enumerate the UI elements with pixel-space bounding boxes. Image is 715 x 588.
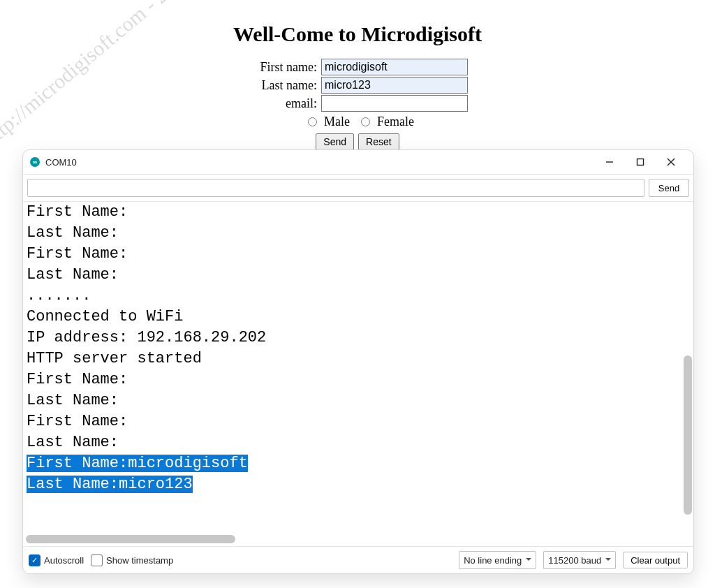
email-label: email:	[247, 96, 317, 111]
serial-input-bar: Send	[23, 175, 693, 202]
gender-female-label: Female	[377, 115, 414, 129]
send-button[interactable]: Send	[316, 133, 354, 150]
serial-line: IP address: 192.168.29.202	[27, 328, 266, 348]
arduino-icon: ∞	[30, 157, 40, 167]
serial-line: First Name:	[27, 369, 266, 390]
serial-line: Connected to WiFi	[27, 307, 266, 328]
vertical-scrollbar[interactable]	[684, 355, 692, 515]
close-button[interactable]	[656, 152, 686, 172]
serial-line: Last Name:	[27, 432, 266, 453]
serial-titlebar: ∞ COM10	[23, 150, 693, 175]
maximize-button[interactable]	[625, 152, 656, 172]
line-ending-select[interactable]: No line ending	[459, 551, 536, 569]
check-icon: ✓	[29, 554, 40, 566]
serial-line: Last Name:	[27, 265, 266, 286]
serial-footer: ✓ Autoscroll Show timestamp No line endi…	[23, 546, 693, 573]
autoscroll-checkbox[interactable]: ✓ Autoscroll	[29, 554, 84, 566]
clear-output-button[interactable]: Clear output	[623, 552, 688, 568]
last-name-label: Last name:	[247, 78, 317, 93]
reset-button[interactable]: Reset	[358, 133, 399, 150]
signup-form: First name: Last name: email: Male Femal…	[162, 59, 553, 150]
gender-male-radio[interactable]	[308, 117, 317, 126]
autoscroll-label: Autoscroll	[44, 555, 84, 566]
last-name-input[interactable]	[321, 77, 468, 94]
serial-input[interactable]	[27, 179, 644, 197]
gender-female-radio[interactable]	[361, 117, 370, 126]
timestamp-label: Show timestamp	[106, 555, 173, 566]
serial-send-button[interactable]: Send	[649, 179, 689, 197]
serial-line: First Name:	[27, 244, 266, 265]
serial-line: Last Name:	[27, 390, 266, 411]
check-icon	[91, 554, 103, 566]
horizontal-scrollbar[interactable]	[26, 535, 235, 543]
serial-title: COM10	[45, 157, 594, 168]
timestamp-checkbox[interactable]: Show timestamp	[91, 554, 173, 566]
serial-monitor-window: ∞ COM10 Send First Name:Last Name:First …	[22, 149, 694, 574]
first-name-input[interactable]	[321, 59, 468, 75]
serial-line: Last Name:	[27, 223, 266, 244]
serial-line: HTTP server started	[27, 348, 266, 369]
serial-line: First Name:	[27, 411, 266, 432]
serial-line: First Name:	[27, 202, 266, 223]
svg-rect-1	[637, 159, 644, 166]
gender-male-label: Male	[324, 115, 350, 129]
serial-line: First Name:microdigisoft	[27, 453, 266, 474]
email-input[interactable]	[321, 95, 468, 112]
baud-select[interactable]: 115200 baud	[543, 551, 616, 569]
minimize-button[interactable]	[594, 152, 625, 172]
page-title: Well-Come to Microdigisoft	[0, 22, 715, 46]
serial-output[interactable]: First Name:Last Name:First Name:Last Nam…	[23, 202, 693, 546]
first-name-label: First name:	[247, 60, 317, 75]
serial-line: .......	[27, 286, 266, 307]
serial-line: Last Name:micro123	[27, 474, 266, 495]
